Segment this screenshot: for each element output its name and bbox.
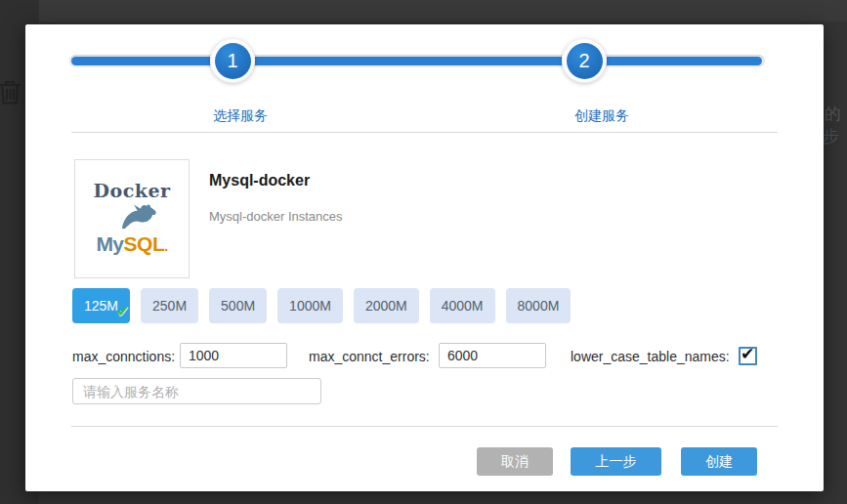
- previous-step-button[interactable]: 上一步: [571, 447, 661, 476]
- memory-option-2000m[interactable]: 2000M: [354, 288, 419, 323]
- max-connect-errors-input[interactable]: [439, 343, 546, 368]
- max-connections-input[interactable]: [180, 343, 287, 368]
- mysql-wordmark: MySQL.: [75, 232, 189, 256]
- service-subtitle: Mysql-docker Instances: [209, 209, 343, 224]
- divider: [71, 132, 778, 133]
- wizard-step-1[interactable]: 1: [210, 38, 255, 83]
- memory-option-125m[interactable]: 125M ✔: [72, 288, 130, 323]
- mysql-docker-logo: Docker MySQL.: [74, 159, 190, 278]
- lower-case-table-names-checkbox[interactable]: ✔: [739, 347, 757, 365]
- lower-case-table-names-label: lower_case_table_names:: [571, 344, 730, 369]
- create-service-modal: 1 2 选择服务 创建服务 Docker MySQL. Mysql-docker…: [25, 24, 824, 491]
- max-connections-label: max_connctions:: [72, 344, 175, 369]
- memory-option-row: 125M ✔ 250M 500M 1000M 2000M 4000M 8000M: [72, 288, 571, 323]
- step-1-label: 选择服务: [172, 107, 309, 125]
- background-header-bar: [39, 0, 847, 21]
- selected-check-icon: ✔: [116, 294, 129, 329]
- docker-wordmark: Docker: [75, 180, 189, 201]
- max-connect-errors-label: max_connct_errors:: [309, 344, 430, 369]
- divider: [71, 426, 778, 427]
- trash-icon[interactable]: [0, 78, 22, 105]
- memory-option-4000m[interactable]: 4000M: [430, 288, 495, 323]
- mysql-dolphin-icon: [118, 201, 159, 236]
- wizard-progress-bar: [71, 57, 762, 65]
- create-button[interactable]: 创建: [681, 447, 757, 476]
- service-title: Mysql-docker: [209, 172, 310, 189]
- memory-option-500m[interactable]: 500M: [209, 288, 267, 323]
- background-text-fragment: 的: [825, 105, 841, 124]
- background-text-fragment: 步: [823, 127, 839, 147]
- step-2-label: 创建服务: [533, 107, 670, 125]
- service-name-input[interactable]: [72, 378, 321, 404]
- checkbox-check-icon: ✔: [741, 344, 754, 364]
- memory-option-250m[interactable]: 250M: [141, 288, 198, 323]
- memory-option-1000m[interactable]: 1000M: [277, 288, 343, 323]
- cancel-button[interactable]: 取消: [477, 447, 553, 476]
- step-2-number: 2: [567, 43, 603, 79]
- step-1-number: 1: [215, 43, 251, 79]
- wizard-step-2[interactable]: 2: [562, 38, 607, 83]
- memory-option-8000m[interactable]: 8000M: [506, 288, 572, 323]
